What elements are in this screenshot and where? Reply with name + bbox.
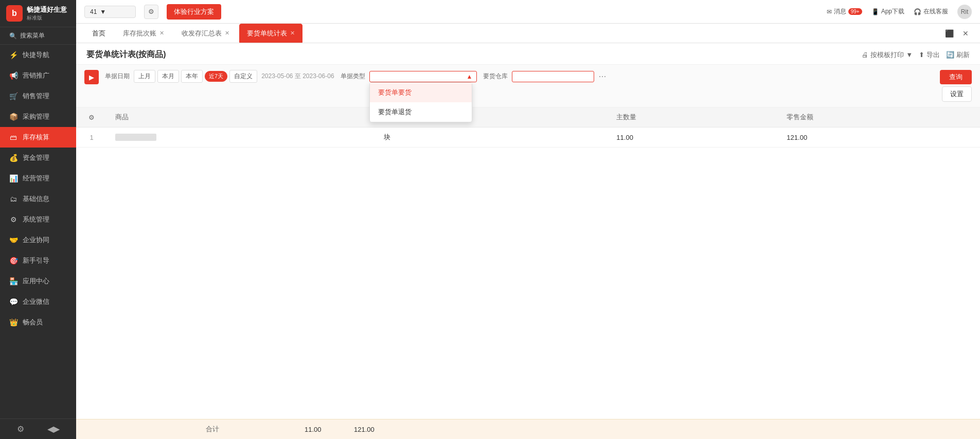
sidebar-item-basic[interactable]: 🗂 基础信息	[0, 189, 76, 209]
header-left: 41 ▼ ⚙ 体验行业方案	[84, 4, 221, 20]
sidebar-item-quick-nav[interactable]: ⚡ 快捷导航	[0, 45, 76, 65]
row-product	[107, 127, 376, 148]
date-range-display: 2023-05-06 至 2023-06-06	[261, 72, 334, 81]
date-btn-custom[interactable]: 自定义	[229, 70, 257, 83]
message-action[interactable]: ✉ 消息 99+	[827, 7, 862, 16]
sidebar-item-appstore[interactable]: 🏪 应用中心	[0, 271, 76, 291]
page-title: 要货单统计表(按商品)	[86, 49, 166, 60]
sidebar-item-enterprise[interactable]: 🤝 企业协同	[0, 230, 76, 250]
header-gear-btn[interactable]: ⚙	[144, 5, 158, 19]
footer-label: 合计	[206, 425, 219, 433]
col-product: 商品	[107, 107, 376, 127]
sidebar-collapse-btn[interactable]: ◀▶	[47, 424, 60, 434]
table-body: 1 块 11.00 121.00	[76, 127, 980, 148]
online-service-action[interactable]: 🎧 在线客服	[914, 7, 948, 16]
sidebar-search[interactable]: 🔍 搜索菜单	[0, 27, 76, 45]
sidebar-item-system[interactable]: ⚙ 系统管理	[0, 209, 76, 230]
table-header-row: ⚙ 商品 主计量单位 主数量 零售金额	[76, 107, 980, 127]
filter-more-btn[interactable]: ···	[598, 71, 606, 82]
tab-close-receive-summary[interactable]: ✕	[225, 30, 229, 36]
basic-icon: 🗂	[8, 194, 19, 204]
row-unit: 块	[376, 127, 608, 148]
print-template-btn[interactable]: 🖨 按模板打印 ▼	[862, 50, 913, 60]
app-logo-text: 畅捷通好生意 标准版	[27, 5, 67, 22]
vip-icon: 👑	[8, 317, 19, 327]
user-avatar: Rit	[957, 5, 972, 19]
finance-icon: 💰	[8, 153, 19, 163]
user-avatar-action[interactable]: Rit	[957, 5, 972, 19]
tab-order-summary[interactable]: 要货单统计表 ✕	[239, 24, 302, 43]
sidebar-settings-btn[interactable]: ⚙	[17, 424, 24, 434]
warehouse-select-input[interactable]	[516, 73, 590, 80]
sidebar-item-inventory[interactable]: 🗃 库存核算	[0, 127, 76, 148]
tab-close-order-summary[interactable]: ✕	[290, 30, 295, 36]
col-amount: 零售金额	[778, 107, 980, 127]
page-actions: 🖨 按模板打印 ▼ ⬆ 导出 🔄 刷新	[862, 50, 970, 60]
headset-icon: 🎧	[914, 8, 921, 15]
sidebar: b 畅捷通好生意 标准版 🔍 搜索菜单 ⚡ 快捷导航 📢 营销推广 🛒 销售管理…	[0, 0, 76, 439]
footer-amount: 121.00	[354, 426, 375, 433]
settings-icon: ⚙	[88, 114, 95, 121]
print-icon: 🖨	[862, 51, 868, 59]
sales-icon: 🛒	[8, 91, 19, 101]
type-select-input[interactable]	[374, 73, 467, 80]
marketing-icon: 📢	[8, 70, 19, 81]
sidebar-item-guide[interactable]: 🎯 新手引导	[0, 250, 76, 271]
purchase-icon: 📦	[8, 112, 19, 122]
page-header: 要货单统计表(按商品) 🖨 按模板打印 ▼ ⬆ 导出 🔄 刷新	[76, 43, 980, 65]
settings-button[interactable]: 设置	[942, 86, 972, 102]
export-btn[interactable]: ⬆ 导出	[919, 50, 940, 60]
row-amount: 121.00	[778, 127, 980, 148]
sidebar-item-purchase[interactable]: 📦 采购管理	[0, 106, 76, 127]
app-download-action[interactable]: 📱 App下载	[871, 7, 904, 16]
col-quantity: 主数量	[608, 107, 778, 127]
sidebar-item-operations[interactable]: 📊 经营管理	[0, 168, 76, 189]
page-content: 要货单统计表(按商品) 🖨 按模板打印 ▼ ⬆ 导出 🔄 刷新	[76, 43, 980, 439]
tab-close-inventory-batch[interactable]: ✕	[159, 30, 164, 36]
warehouse-filter-label: 要货仓库	[483, 72, 508, 81]
tab-home[interactable]: 首页	[84, 24, 113, 43]
query-button[interactable]: 查询	[940, 70, 972, 84]
expand-icon: ▶	[89, 74, 94, 81]
date-btn-last-month[interactable]: 上月	[134, 70, 155, 83]
row-quantity: 11.00	[608, 127, 778, 148]
tab-close-all-btn[interactable]: ✕	[959, 27, 972, 40]
tab-expand-btn[interactable]: ⬛	[943, 27, 955, 40]
refresh-btn[interactable]: 🔄 刷新	[946, 50, 970, 60]
type-select[interactable]: ▲	[369, 71, 477, 82]
date-btn-this-month[interactable]: 本月	[157, 70, 179, 83]
warehouse-select[interactable]	[512, 71, 594, 82]
store-selector[interactable]: 41 ▼	[84, 6, 136, 18]
table-wrapper: ⚙ 商品 主计量单位 主数量 零售金额 1	[76, 107, 980, 419]
search-icon: 🔍	[9, 32, 17, 40]
sidebar-item-sales[interactable]: 🛒 销售管理	[0, 86, 76, 106]
type-select-arrow: ▲	[467, 73, 473, 80]
product-name	[115, 134, 156, 141]
tab-inventory-batch[interactable]: 库存批次账 ✕	[115, 24, 172, 43]
phone-icon: 📱	[871, 8, 879, 15]
sidebar-item-marketing[interactable]: 📢 营销推广	[0, 65, 76, 86]
filter-expand-btn[interactable]: ▶	[84, 70, 99, 84]
main-area: 41 ▼ ⚙ 体验行业方案 ✉ 消息 99+ 📱 App下载 🎧 在线客服	[76, 0, 980, 439]
message-badge: 99+	[848, 8, 862, 15]
top-header: 41 ▼ ⚙ 体验行业方案 ✉ 消息 99+ 📱 App下载 🎧 在线客服	[76, 0, 980, 24]
dropdown-item-order[interactable]: 要货单要货	[370, 83, 472, 102]
sidebar-item-finance[interactable]: 💰 资金管理	[0, 148, 76, 168]
refresh-icon: 🔄	[946, 51, 954, 59]
date-btn-this-year[interactable]: 本年	[181, 70, 203, 83]
print-dropdown-icon: ▼	[906, 51, 913, 59]
sidebar-item-vip[interactable]: 👑 畅会员	[0, 312, 76, 333]
date-btn-recent-7[interactable]: 近7天	[205, 71, 227, 82]
export-icon: ⬆	[919, 51, 924, 59]
tab-receive-summary[interactable]: 收发存汇总表 ✕	[174, 24, 237, 43]
row-no: 1	[76, 127, 107, 148]
dropdown-arrow-icon: ▼	[100, 8, 106, 15]
col-settings[interactable]: ⚙	[76, 107, 107, 127]
appstore-icon: 🏪	[8, 276, 19, 286]
dropdown-item-return[interactable]: 要货单退货	[370, 102, 472, 122]
sidebar-item-wechat[interactable]: 💬 企业微信	[0, 291, 76, 312]
type-select-wrapper: ▲ 要货单要货 要货单退货	[369, 71, 477, 82]
trial-button[interactable]: 体验行业方案	[167, 4, 221, 20]
inventory-icon: 🗃	[8, 132, 19, 142]
date-buttons: 上月 本月 本年 近7天 自定义	[134, 70, 257, 83]
